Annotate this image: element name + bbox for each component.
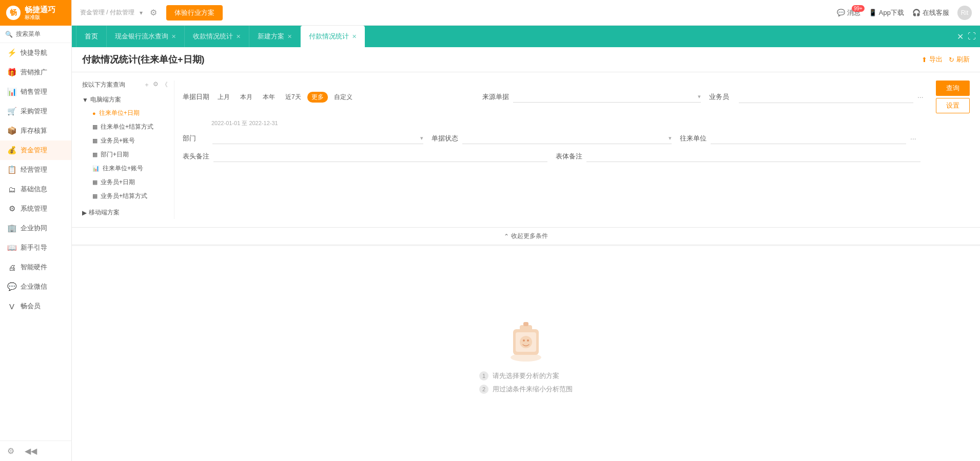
settings-scheme-icon[interactable]: ⚙	[153, 81, 159, 89]
content-area: 付款情况统计(往来单位+日期) ⬆ 导出 ↻ 刷新 按以下方案查询 ＋	[72, 47, 980, 461]
sidebar: 畅 畅捷通巧 标准版 🔍 搜索菜单 ⚡快捷导航🎁营销推广📊销售管理🛒采购管理📦库…	[0, 0, 72, 461]
scheme-item-unit-settle[interactable]: ▦ 往来单位+结算方式	[82, 120, 168, 134]
collapse-more-bar[interactable]: ⌃ 收起更多条件	[72, 228, 980, 245]
settings-button[interactable]: 设置	[936, 98, 970, 113]
sidebar-item-basic-info[interactable]: 🗂基础信息	[0, 179, 71, 199]
close-payment-stat-icon[interactable]: ✕	[352, 33, 357, 40]
tab-payment-stat[interactable]: 付款情况统计 ✕	[301, 26, 365, 47]
scheme-item-staff-date[interactable]: ▦ 业务员+日期	[82, 175, 168, 189]
hardware-icon: 🖨	[7, 263, 16, 272]
dept-select[interactable]: ▾	[212, 133, 423, 144]
voucher-status-select[interactable]: ▾	[462, 133, 672, 144]
svg-rect-7	[523, 322, 528, 326]
app-download-item[interactable]: 📱 App下载	[869, 8, 904, 17]
body-remark-input[interactable]	[586, 150, 920, 162]
date-custom[interactable]: 自定义	[330, 92, 357, 103]
collapse-scheme-icon[interactable]: 《	[162, 81, 168, 89]
close-receipt-stat-icon[interactable]: ✕	[236, 33, 241, 40]
topbar-right: 💬 消息 99+ 📱 App下载 🎧 在线客服 Rit	[837, 6, 972, 20]
scheme-item-unit-date[interactable]: ● 往来单位+日期	[82, 106, 168, 120]
sidebar-item-marketing[interactable]: 🎁营销推广	[0, 63, 71, 82]
sidebar-item-inventory[interactable]: 📦库存核算	[0, 121, 71, 141]
close-new-scheme-icon[interactable]: ✕	[287, 33, 292, 40]
sidebar-item-finance[interactable]: 💰资金管理	[0, 141, 71, 160]
inventory-label: 库存核算	[21, 126, 47, 135]
triangle-icon: ▼	[82, 96, 88, 104]
sidebar-item-member[interactable]: V畅会员	[0, 296, 71, 316]
sidebar-logo: 畅 畅捷通巧 标准版	[0, 0, 71, 26]
date-this-month[interactable]: 本月	[236, 92, 257, 103]
scheme-header-icons: ＋ ⚙ 《	[144, 81, 168, 89]
breadcrumb-dropdown-icon[interactable]: ▾	[140, 9, 143, 16]
collapse-sidebar-icon[interactable]: ◀◀	[25, 446, 37, 456]
sidebar-item-corp[interactable]: 🏢企业协同	[0, 218, 71, 238]
header-remark-field: 表头备注	[183, 150, 547, 162]
sidebar-item-guide[interactable]: 📖新手引导	[0, 238, 71, 257]
staff-dots[interactable]: ···	[917, 93, 928, 101]
trial-scheme-button[interactable]: 体验行业方案	[166, 5, 223, 21]
tab-close-all-icon[interactable]: ✕	[957, 32, 964, 42]
tab-receipt-stat[interactable]: 收款情况统计 ✕	[185, 26, 249, 47]
collapse-icon: ⌃	[504, 233, 509, 240]
online-service-item[interactable]: 🎧 在线客服	[912, 8, 949, 17]
export-icon: ⬆	[922, 56, 927, 64]
sidebar-item-wechat[interactable]: 💬企业微信	[0, 277, 71, 296]
user-avatar[interactable]: Rit	[957, 6, 972, 20]
sidebar-item-hardware[interactable]: 🖨智能硬件	[0, 257, 71, 277]
export-button[interactable]: ⬆ 导出	[922, 55, 943, 64]
close-cash-flow-icon[interactable]: ✕	[171, 33, 176, 40]
date-this-year[interactable]: 本年	[259, 92, 279, 103]
date-7days[interactable]: 近7天	[281, 92, 305, 103]
scheme-table-icon2: ▦	[92, 137, 97, 144]
empty-hint-1: 1 请先选择要分析的方案	[479, 371, 573, 380]
system-icon: ⚙	[7, 204, 16, 213]
dept-field: 部门 ▾	[183, 133, 423, 144]
scheme-table-icon3: ▦	[92, 151, 97, 158]
header-remark-label: 表头备注	[183, 152, 209, 161]
sidebar-item-system[interactable]: ⚙系统管理	[0, 199, 71, 218]
mobile-scheme-header[interactable]: ▶ 移动端方案	[82, 206, 168, 219]
desktop-scheme-header[interactable]: ▼ 电脑端方案	[82, 93, 168, 106]
date-last-month[interactable]: 上月	[213, 92, 234, 103]
query-button[interactable]: 查询	[936, 81, 970, 96]
sidebar-item-sales[interactable]: 📊销售管理	[0, 82, 71, 102]
refresh-icon: ↻	[949, 56, 954, 64]
scheme-item-staff-acct[interactable]: ▦ 业务员+账号	[82, 134, 168, 148]
tab-new-scheme[interactable]: 新建方案 ✕	[249, 26, 301, 47]
date-more[interactable]: 更多	[307, 92, 328, 103]
scheme-item-unit-acct[interactable]: 📊 往来单位+账号	[82, 162, 168, 175]
date-range-row: 2022-01-01 至 2022-12-31	[183, 119, 970, 127]
quick-nav-icon: ⚡	[7, 48, 16, 57]
operation-icon: 📋	[7, 165, 16, 174]
scheme-item-dept-date[interactable]: ▦ 部门+日期	[82, 148, 168, 162]
notification-icon: 💬	[837, 9, 845, 16]
wechat-label: 企业微信	[21, 282, 47, 291]
scheme-table-icon4: ▦	[92, 179, 97, 186]
notification-item[interactable]: 💬 消息 99+	[837, 8, 860, 17]
tab-cash-flow[interactable]: 现金银行流水查询 ✕	[107, 26, 185, 47]
tab-home[interactable]: 首页	[76, 26, 107, 47]
sidebar-item-quick-nav[interactable]: ⚡快捷导航	[0, 43, 71, 63]
partner-input[interactable]	[711, 132, 906, 144]
guide-label: 新手引导	[21, 243, 47, 252]
staff-input[interactable]	[739, 91, 913, 103]
svg-point-3	[520, 336, 532, 348]
header-remark-input[interactable]	[213, 150, 547, 162]
page-title: 付款情况统计(往来单位+日期)	[82, 53, 205, 66]
partner-dots[interactable]: ···	[910, 134, 920, 143]
settings-bottom-icon[interactable]: ⚙	[7, 446, 14, 456]
sidebar-search[interactable]: 🔍 搜索菜单	[0, 26, 71, 43]
sidebar-item-purchase[interactable]: 🛒采购管理	[0, 102, 71, 121]
add-scheme-icon[interactable]: ＋	[144, 81, 150, 89]
source-select[interactable]: ▾	[513, 91, 701, 103]
body-remark-field: 表体备注	[556, 150, 920, 162]
scheme-table-icon: ▦	[92, 124, 97, 130]
sidebar-item-operation[interactable]: 📋经营管理	[0, 160, 71, 179]
filter-row-1: 单据日期 上月 本月 本年 近7天 更多 自定义 来源单据	[183, 81, 970, 113]
refresh-button[interactable]: ↻ 刷新	[949, 55, 970, 64]
logo-text: 畅捷通巧 标准版	[25, 5, 55, 21]
scheme-item-staff-settle[interactable]: ▦ 业务员+结算方式	[82, 189, 168, 203]
tabs-bar: 首页 现金银行流水查询 ✕ 收款情况统计 ✕ 新建方案 ✕ 付款情况统计 ✕ ✕…	[72, 26, 980, 47]
topbar-gear-icon[interactable]: ⚙	[150, 8, 157, 17]
tab-maximize-icon[interactable]: ⛶	[968, 32, 976, 41]
